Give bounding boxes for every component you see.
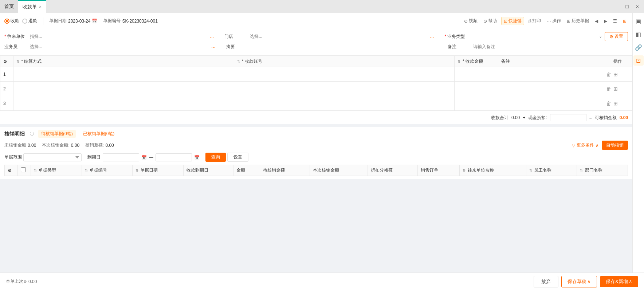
shortcut-btn[interactable]: ⊡ 快捷键 bbox=[501, 17, 524, 25]
grid-view-btn[interactable]: ⊞ bbox=[621, 18, 628, 24]
help-btn[interactable]: ⊙ 帮助 bbox=[482, 17, 498, 25]
receipt-radio[interactable]: 收款 bbox=[4, 18, 19, 24]
auto-nuclear-btn[interactable]: 自动核销 bbox=[602, 141, 628, 150]
summary-input[interactable] bbox=[250, 43, 437, 50]
filter-row: 单据范围 到期日 2022-04-01 📅 — 2022-04-12 📅 查询 … bbox=[4, 153, 628, 162]
nuclear-check-all[interactable] bbox=[21, 167, 26, 172]
sidebar-icon-3[interactable]: 🔗 bbox=[633, 42, 644, 52]
account-sort-icon: ⇅ bbox=[237, 59, 240, 63]
business-type-input[interactable]: 预收款 bbox=[468, 33, 599, 40]
row-2-copy-icon[interactable]: ⊞ bbox=[613, 86, 618, 92]
tab-receipt[interactable]: 收款单 × bbox=[18, 0, 46, 13]
tab-close-icon[interactable]: × bbox=[39, 4, 42, 9]
row-3-delete-icon[interactable]: 🗑 bbox=[606, 101, 611, 106]
win-minimize-btn[interactable]: — bbox=[611, 3, 620, 10]
row-3-remark[interactable] bbox=[498, 96, 603, 111]
row-1-actions: 🗑 ⊞ bbox=[603, 67, 632, 82]
toolbar: 收款 退款 单据日期 2023-03-24 📅 单据编号 SK-20230324… bbox=[0, 13, 632, 29]
discount-input[interactable] bbox=[550, 114, 586, 121]
sidebar-icon-2[interactable]: ◧ bbox=[633, 29, 644, 39]
date-label: 单据日期 bbox=[49, 18, 67, 24]
row-2-remark[interactable] bbox=[498, 82, 603, 96]
nuclear-docdate-col: ⇅ 单据日期 bbox=[133, 165, 184, 176]
current-nuclear-label: 本次核销金额: 0.00 bbox=[42, 142, 79, 148]
date-to-input[interactable]: 2022-04-12 bbox=[156, 153, 192, 161]
receipt-radio-dot bbox=[4, 19, 9, 24]
calendar-from-icon[interactable]: 📅 bbox=[141, 155, 147, 160]
date-calendar-icon[interactable]: 📅 bbox=[92, 19, 97, 24]
row-1-copy-icon[interactable]: ⊞ bbox=[613, 71, 618, 77]
nuclear-settings-col[interactable]: ⚙ bbox=[5, 165, 18, 176]
net-label: 可核销金额 bbox=[595, 115, 617, 121]
row-2-account[interactable] bbox=[234, 82, 455, 96]
store-label: 门店 bbox=[224, 34, 246, 40]
history-btn[interactable]: ⊞ 历史单据 bbox=[565, 17, 590, 25]
next-btn[interactable]: ▶ bbox=[602, 18, 609, 24]
bottom-spacer bbox=[0, 179, 632, 201]
nuclear-stats: 未核销金额 0.00 本次核销金额: 0.00 核销差额: 0.00 ▽ 更多条… bbox=[4, 141, 628, 150]
list-view-btn[interactable]: ☰ bbox=[612, 18, 619, 24]
prev-btn[interactable]: ◀ bbox=[593, 18, 600, 24]
row-1-delete-icon[interactable]: 🗑 bbox=[606, 71, 611, 77]
actions-btn[interactable]: ⋯ 操作 bbox=[545, 17, 562, 25]
nuclear-duedate-col: 收款到期日 bbox=[183, 165, 233, 176]
refund-radio[interactable]: 退款 bbox=[22, 18, 37, 24]
staff-more-icon[interactable]: ··· bbox=[211, 44, 216, 50]
discount-label: 现金折扣: bbox=[528, 115, 547, 121]
row-3-amount[interactable] bbox=[455, 96, 498, 111]
doc-no-field: 单据编号 SK-20230324-001 bbox=[103, 18, 157, 24]
remark-input[interactable] bbox=[472, 43, 606, 50]
print-btn[interactable]: ⎙ 打印 bbox=[527, 17, 542, 25]
tab-home[interactable]: 首页 bbox=[0, 0, 18, 13]
nuclear-info-icon[interactable]: ⓘ bbox=[30, 131, 34, 137]
staff-input[interactable] bbox=[28, 43, 210, 50]
sidebar-icon-4[interactable]: ⊡ bbox=[633, 55, 644, 66]
more-conditions-btn[interactable]: ▽ 更多条件 ∧ bbox=[572, 142, 599, 148]
row-1-remark[interactable] bbox=[498, 67, 603, 82]
pending-tab[interactable]: 待核销单据(0笔) bbox=[38, 130, 76, 138]
settings-btn[interactable]: ⚙ 设置 bbox=[605, 32, 628, 41]
counterpart-input[interactable] bbox=[28, 33, 208, 40]
store-input[interactable] bbox=[248, 33, 428, 40]
video-btn[interactable]: ⊙ 视频 bbox=[463, 17, 479, 25]
date-from-input[interactable]: 2022-04-01 bbox=[103, 153, 139, 161]
nuclear-discount-col: 折扣分摊额 bbox=[368, 165, 417, 176]
row-2-delete-icon[interactable]: 🗑 bbox=[606, 86, 611, 92]
query-btn[interactable]: 查询 bbox=[205, 153, 226, 162]
row-3-copy-icon[interactable]: ⊞ bbox=[613, 101, 618, 106]
receipt-type-group: 收款 退款 bbox=[4, 18, 37, 24]
win-close-btn[interactable]: × bbox=[634, 3, 641, 10]
plus-sign: + bbox=[523, 115, 525, 120]
unchecked-label: 未核销金额 0.00 bbox=[4, 142, 36, 148]
staff-sort-icon: ⇅ bbox=[529, 168, 532, 172]
counterpart-more-icon[interactable]: ··· bbox=[210, 34, 214, 40]
window-controls: — □ × bbox=[611, 3, 644, 10]
counterpart-sort-icon: ⇅ bbox=[463, 168, 466, 172]
scope-select[interactable] bbox=[23, 153, 82, 161]
summary-label: 摘要 bbox=[226, 44, 248, 50]
row-1-amount[interactable] bbox=[455, 67, 498, 82]
net-value: 0.00 bbox=[620, 115, 628, 120]
remark-field: 备注 bbox=[448, 43, 606, 50]
main-content: 收款 退款 单据日期 2023-03-24 📅 单据编号 SK-20230324… bbox=[0, 13, 632, 273]
sidebar-icon-1[interactable]: ▣ bbox=[633, 16, 644, 26]
calendar-to-icon[interactable]: 📅 bbox=[194, 155, 200, 160]
query-btn-group: 查询 设置 bbox=[205, 153, 248, 162]
done-tab[interactable]: 已核销单据(0笔) bbox=[80, 130, 118, 138]
row-1-account[interactable] bbox=[234, 67, 455, 82]
row-1-settlement[interactable] bbox=[13, 67, 234, 82]
tab-receipt-label: 收款单 bbox=[23, 4, 37, 10]
row-3-settlement[interactable] bbox=[13, 96, 234, 111]
nuclear-settings-btn[interactable]: 设置 bbox=[227, 153, 248, 162]
row-2-settlement[interactable] bbox=[13, 82, 234, 96]
table-row: 2 🗑 ⊞ bbox=[0, 82, 632, 96]
row-2-num: 2 bbox=[0, 82, 13, 96]
table-header-row: ⚙ ⇅ * 结算方式 ⇅ * 收款账号 ⇅ * 收款金额 bbox=[0, 56, 632, 67]
main-table: ⚙ ⇅ * 结算方式 ⇅ * 收款账号 ⇅ * 收款金额 bbox=[0, 56, 632, 111]
row-2-amount[interactable] bbox=[455, 82, 498, 96]
store-more-icon[interactable]: ··· bbox=[430, 34, 434, 40]
settings-col-header[interactable]: ⚙ bbox=[0, 56, 13, 67]
win-maximize-btn[interactable]: □ bbox=[623, 3, 631, 10]
row-3-account[interactable] bbox=[234, 96, 455, 111]
settlement-sort-icon: ⇅ bbox=[16, 59, 19, 63]
